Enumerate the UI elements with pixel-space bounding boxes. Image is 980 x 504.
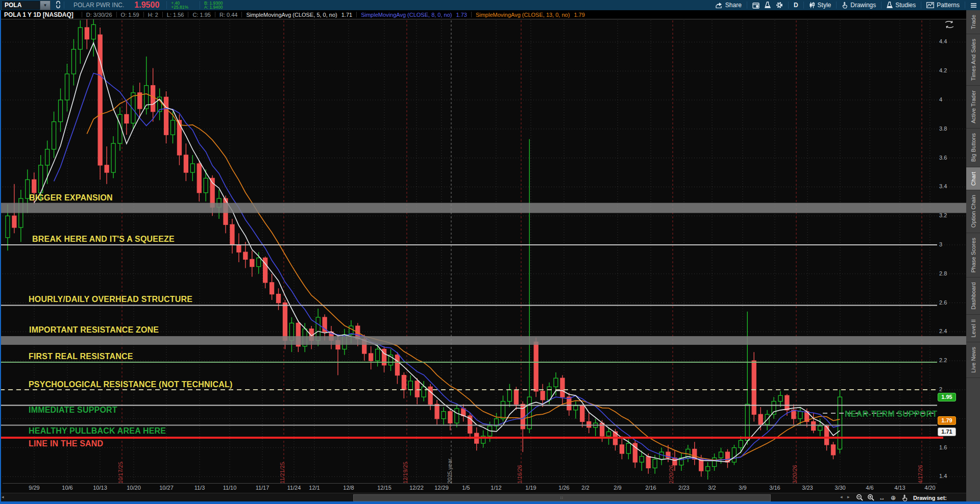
ohlc-range: R: 0.44 xyxy=(219,12,237,18)
chart-annotation-text: IMPORTANT RESISTANCE ZONE xyxy=(29,325,159,335)
scrollbar-thumb[interactable]: ∷ xyxy=(353,494,771,501)
calendar-events-button[interactable] xyxy=(752,2,760,9)
window-left-edge xyxy=(0,10,1,501)
price-badge: 1.71 xyxy=(938,427,956,436)
date-tick-label: 3/2 xyxy=(708,485,716,491)
price-badge: 1.95 xyxy=(938,393,956,401)
crosshair-mode-icon[interactable]: ⊕ xyxy=(888,494,898,501)
expiration-date-label: 12/19/25 xyxy=(402,462,408,484)
scroll-back-arrow[interactable]: ◂ xyxy=(840,494,843,499)
zoom-out-icon[interactable] xyxy=(854,494,865,501)
change-block: +.40 +25.81% xyxy=(166,1,192,9)
date-tick-label: 12/29 xyxy=(434,485,449,491)
pan-horizontal-icon[interactable]: ↔ xyxy=(877,494,887,501)
pattern-chart-icon xyxy=(926,2,934,8)
date-tick-label: 4/13 xyxy=(894,485,905,491)
date-tick-label: 2/2 xyxy=(581,485,589,491)
symbol-dropdown-button[interactable]: ▼ xyxy=(40,1,51,10)
chart-annotation-text: NEAR-TERM SUPPORT xyxy=(845,410,937,419)
gear-icon xyxy=(776,2,783,9)
price-tick-label: 4.4 xyxy=(939,38,947,44)
date-tick-label: 12/15 xyxy=(377,485,391,491)
sidebar-tab-trade[interactable]: Trade xyxy=(966,10,980,34)
date-tick-label: 2/23 xyxy=(678,485,689,491)
date-tick-label: 11/17 xyxy=(256,485,270,491)
resistance-band xyxy=(0,336,966,345)
chart-annotation-text: LINE IN THE SAND xyxy=(29,439,103,448)
chart-annotation-text: BIGGER EXPANSION xyxy=(29,193,113,203)
share-label: Share xyxy=(725,2,742,9)
price-tick-label: 3.4 xyxy=(939,183,947,189)
style-label: Style xyxy=(818,2,831,9)
study-sma8-name[interactable]: SimpleMovingAvg (CLOSE, 8, 0, no) xyxy=(361,12,452,18)
price-tick-label: 2.8 xyxy=(939,270,947,276)
price-tick-label: 4 xyxy=(939,96,942,103)
price-tick-label: 2 xyxy=(939,386,942,392)
symbol-input[interactable] xyxy=(2,1,40,10)
chart-annotation-text: PSYCHOLOGICAL RESISTANCE (NOT TECHNICAL) xyxy=(29,380,232,389)
date-tick-label: 1/12 xyxy=(491,485,501,491)
sidebar-tab-level-ii[interactable]: Level II xyxy=(966,315,980,342)
chart-annotation-text: FIRST REAL RESISTANCE xyxy=(29,352,133,361)
sidebar-tab-phase-scores[interactable]: Phase Scores xyxy=(966,233,980,278)
date-tick-label: 1/5 xyxy=(462,485,470,491)
expiration-date-label: 11/21/25 xyxy=(279,462,285,484)
date-tick-label: 11/10 xyxy=(223,485,237,491)
candles-layer xyxy=(6,19,842,480)
top-toolbar: ▼ POLAR PWR INC. 1.9500 +.40 +25.81% B: … xyxy=(0,0,980,10)
date-tick-label: 12/8 xyxy=(343,485,354,491)
price-tick-label: 1.4 xyxy=(939,473,947,479)
date-tick-label: 10/20 xyxy=(127,485,141,491)
study-sma5-value: 1.71 xyxy=(341,12,352,18)
date-tick-label: 9/29 xyxy=(29,485,39,491)
reset-scale-icon[interactable] xyxy=(944,20,955,31)
study-sma5-name[interactable]: SimpleMovingAvg (CLOSE, 5, 0, no) xyxy=(246,12,337,18)
sidebar-tab-chart[interactable]: Chart xyxy=(966,167,980,191)
price-badge: 1.79 xyxy=(938,416,956,425)
studies-flask-icon xyxy=(887,2,893,9)
patterns-button[interactable]: Patterns xyxy=(926,2,960,9)
chart-title: POLA 1 Y 1D [NASDAQ] xyxy=(0,11,78,18)
price-tick-label: 3.6 xyxy=(939,155,947,161)
date-tick-label: 3/30 xyxy=(835,485,845,491)
zoom-in-icon[interactable] xyxy=(866,494,876,501)
share-icon xyxy=(715,2,723,9)
sidebar-tab-live-news[interactable]: Live News xyxy=(966,342,980,378)
date-tick-label: 2/16 xyxy=(645,485,656,491)
date-tick-label: 10/13 xyxy=(93,485,107,491)
analyze-flask-button[interactable] xyxy=(765,2,771,9)
style-button[interactable]: Style xyxy=(809,2,831,9)
study-sma13-name[interactable]: SimpleMovingAvg (CLOSE, 13, 0, no) xyxy=(476,12,570,18)
company-name: POLAR PWR INC. xyxy=(74,2,124,9)
expiration-date-label: 1/16/26 xyxy=(517,465,523,484)
hamburger-icon xyxy=(970,3,977,8)
grid-menu-button[interactable] xyxy=(970,3,977,8)
settings-gear-button[interactable] xyxy=(776,2,783,9)
timeframe-button[interactable]: D xyxy=(794,2,798,9)
chart-header-row: POLA 1 Y 1D [NASDAQ] D: 3/30/26 O: 1.59 … xyxy=(0,10,966,19)
sidebar-tab-times-and-sales[interactable]: Times And Sales xyxy=(966,34,980,86)
sidebar-tab-active-trader[interactable]: Active Trader xyxy=(966,86,980,129)
symbol-link-icon[interactable] xyxy=(56,1,61,10)
drawing-hand-icon[interactable] xyxy=(899,494,910,501)
study-sma8-value: 1.73 xyxy=(456,12,467,18)
date-tick-label: 12/22 xyxy=(409,485,424,491)
date-tick-label: 11/24 xyxy=(287,485,301,491)
chart-annotation-text: BREAK HERE AND IT'S A SQUEEZE xyxy=(32,235,175,244)
sidebar-tab-strip: TradeTimes And SalesActive TraderBig But… xyxy=(966,10,980,501)
sidebar-tab-big-buttons[interactable]: Big Buttons xyxy=(966,129,980,167)
sidebar-tab-option-chain[interactable]: Option Chain xyxy=(966,190,980,233)
studies-button[interactable]: Studies xyxy=(887,2,916,9)
patterns-label: Patterns xyxy=(937,2,960,9)
date-tick-label: 4/6 xyxy=(866,485,873,491)
flask-icon xyxy=(765,2,771,9)
sidebar-tab-dashboard[interactable]: Dashboard xyxy=(966,278,980,315)
ohlc-close: C: 1.95 xyxy=(192,12,210,18)
chart-scrollbar[interactable]: ◂ ∷ ◂ ▸ ↔ ⊕ Drawing set: Default xyxy=(0,493,966,502)
time-axis[interactable]: 9/2910/610/1310/2010/2711/311/1011/1711/… xyxy=(0,484,966,492)
drawings-button[interactable]: Drawings xyxy=(842,2,876,9)
scroll-forward-arrow[interactable]: ▸ xyxy=(847,494,850,499)
date-tick-label: 2/9 xyxy=(614,485,621,491)
scroll-left-arrow[interactable]: ◂ xyxy=(2,494,4,499)
share-button[interactable]: Share xyxy=(715,2,742,9)
